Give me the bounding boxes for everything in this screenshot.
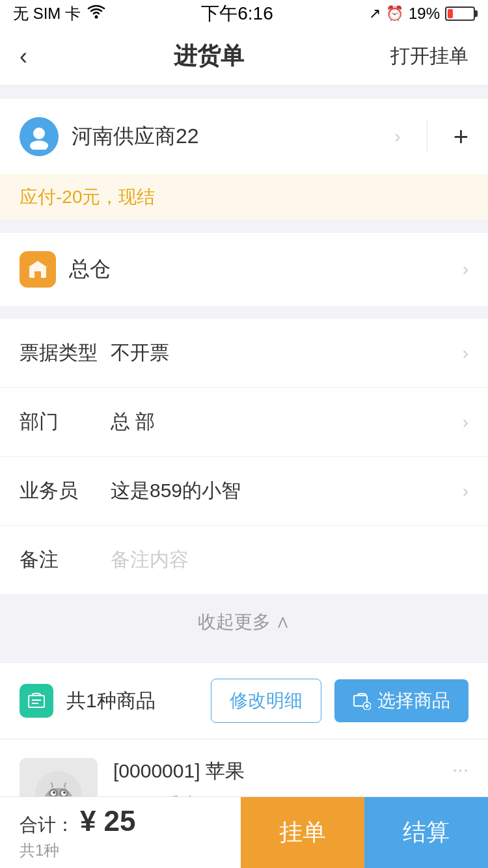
invoice-type-label: 票据类型 <box>20 340 111 366</box>
checkout-button[interactable]: 结算 <box>364 797 488 868</box>
page-title: 进货单 <box>174 40 244 72</box>
hang-order-button[interactable]: 挂单 <box>241 797 364 868</box>
remark-label: 备注 <box>20 547 111 573</box>
remark-row[interactable]: 备注 备注内容 <box>0 526 488 594</box>
bottom-total: 合计： ¥ 25 共1种 <box>0 797 241 868</box>
department-row[interactable]: 部门 总 部 › <box>0 388 488 457</box>
warehouse-name: 总仓 <box>69 255 463 284</box>
carrier-text: 无 SIM 卡 <box>13 3 81 24</box>
top-divider <box>0 86 488 99</box>
invoice-type-row[interactable]: 票据类型 不开票 › <box>0 319 488 388</box>
remark-input[interactable]: 备注内容 <box>111 547 468 573</box>
invoice-type-chevron-icon: › <box>463 343 468 364</box>
payment-notice: 应付-20元，现结 <box>0 174 488 220</box>
hang-order-label: 挂单 <box>279 817 326 848</box>
form-section: 票据类型 不开票 › 部门 总 部 › 业务员 这是859的小智 › 备注 备注… <box>0 319 488 594</box>
warehouse-section[interactable]: 总仓 › <box>0 233 488 306</box>
salesperson-row[interactable]: 业务员 这是859的小智 › <box>0 457 488 526</box>
checkout-label: 结算 <box>403 817 450 848</box>
product-header: 共1种商品 修改明细 选择商品 <box>0 663 488 739</box>
battery-icon <box>445 7 475 21</box>
collapse-label: 收起更多 ∧ <box>198 612 291 632</box>
supplier-row[interactable]: 河南供应商22 › + <box>0 99 488 174</box>
collapse-section[interactable]: 收起更多 ∧ <box>0 594 488 650</box>
department-label: 部门 <box>20 409 111 435</box>
product-count-label: 共1种商品 <box>66 688 198 714</box>
svg-rect-6 <box>29 696 44 707</box>
product-title: 苹果 <box>206 760 245 781</box>
svg-point-19 <box>53 791 55 794</box>
salesperson-chevron-icon: › <box>463 481 468 502</box>
status-left: 无 SIM 卡 <box>13 3 105 24</box>
wifi-signal-icon <box>87 5 105 23</box>
location-icon: ↗ <box>369 5 381 22</box>
status-right: ↗ ⏰ 19% <box>369 5 475 23</box>
select-product-label: 选择商品 <box>377 688 450 713</box>
department-value: 总 部 <box>111 409 463 435</box>
total-amount: ¥ 25 <box>80 805 136 837</box>
supplier-section: 河南供应商22 › + 应付-20元，现结 <box>0 99 488 220</box>
svg-point-2 <box>30 141 48 150</box>
battery-percent: 19% <box>409 5 440 23</box>
product-name: [0000001] 苹果 <box>113 758 437 785</box>
nav-bar: ‹ 进货单 打开挂单 <box>0 27 488 86</box>
bottom-bar: 合计： ¥ 25 共1种 挂单 结算 <box>0 796 488 868</box>
back-button[interactable]: ‹ <box>20 43 27 70</box>
alarm-icon: ⏰ <box>386 5 403 22</box>
svg-point-20 <box>63 791 66 794</box>
total-label: 合计： <box>20 815 74 835</box>
salesperson-label: 业务员 <box>20 478 111 504</box>
svg-point-0 <box>95 16 98 19</box>
modify-detail-button[interactable]: 修改明细 <box>211 679 321 723</box>
supplier-name: 河南供应商22 <box>72 122 394 151</box>
supplier-actions: › + <box>394 120 468 153</box>
svg-rect-5 <box>34 271 41 278</box>
add-supplier-icon[interactable]: + <box>454 122 468 152</box>
open-pending-button[interactable]: 打开挂单 <box>390 43 468 70</box>
warehouse-chevron-icon: › <box>463 259 468 280</box>
svg-point-1 <box>33 128 45 139</box>
svg-marker-4 <box>28 261 47 267</box>
supplier-divider <box>427 120 427 153</box>
total-count: 共1种 <box>20 840 221 861</box>
salesperson-value: 这是859的小智 <box>111 478 463 504</box>
invoice-type-value: 不开票 <box>111 340 463 366</box>
status-bar: 无 SIM 卡 下午6:16 ↗ ⏰ 19% <box>0 0 488 27</box>
product-count-icon <box>20 684 53 718</box>
total-row: 合计： ¥ 25 <box>20 805 221 837</box>
supplier-chevron-icon: › <box>394 126 400 147</box>
product-more-button[interactable]: ··· <box>452 758 468 780</box>
department-chevron-icon: › <box>463 412 468 433</box>
supplier-avatar <box>20 117 59 156</box>
status-time: 下午6:16 <box>201 1 273 26</box>
product-code: [0000001] <box>113 760 206 781</box>
select-product-button[interactable]: 选择商品 <box>334 679 468 722</box>
warehouse-icon <box>20 251 56 288</box>
